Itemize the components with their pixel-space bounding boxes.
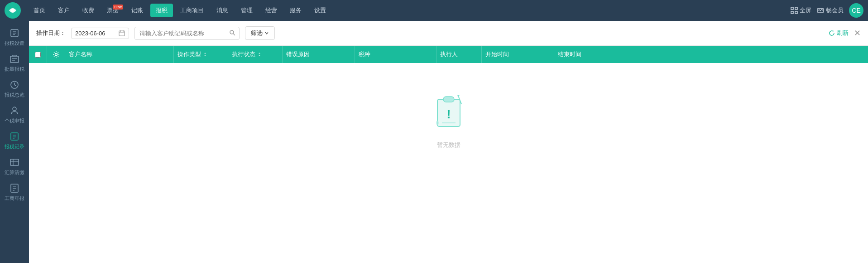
annual-report-icon (10, 183, 19, 193)
nav-item-报税[interactable]: 报税 (150, 4, 173, 17)
th-checkbox[interactable] (29, 46, 47, 63)
nav-item-消息[interactable]: 消息 (211, 4, 234, 17)
svg-marker-39 (457, 95, 460, 97)
sidebar-item-批量报税[interactable]: 批量报税 (0, 50, 29, 76)
sidebar: 报税设置批量报税报税总览个税申报报税记录汇算清缴工商年报 (0, 21, 29, 263)
nav-item-设置[interactable]: 设置 (309, 4, 331, 17)
nav-item-收费[interactable]: 收费 (77, 4, 100, 17)
sidebar-item-label: 报税记录 (5, 143, 24, 150)
svg-rect-20 (10, 159, 19, 166)
th-settings[interactable] (47, 46, 65, 63)
svg-text:!: ! (446, 107, 451, 121)
th-start-time: 开始时间 (482, 46, 554, 63)
sidebar-item-个税申报[interactable]: 个税申报 (0, 102, 29, 128)
tax-record-icon (10, 132, 19, 141)
svg-rect-5 (795, 11, 797, 14)
th-tax-type: 税种 (355, 46, 436, 63)
search-wrapper (134, 27, 240, 40)
search-input[interactable] (135, 28, 225, 39)
sidebar-item-汇算清缴[interactable]: 汇算清缴 (0, 154, 29, 180)
settlement-icon (10, 157, 19, 167)
refresh-icon (829, 30, 835, 36)
nav-item-票据[interactable]: 票据new (101, 4, 124, 17)
nav-item-记账[interactable]: 记账 (126, 4, 149, 17)
main-layout: 报税设置批量报税报税总览个税申报报税记录汇算清缴工商年报 操作日期： (0, 21, 868, 263)
sidebar-item-label: 报税总览 (5, 92, 24, 98)
vip-button[interactable]: 畅会员 (817, 6, 844, 15)
app-logo[interactable] (5, 2, 21, 19)
user-avatar[interactable]: CE (849, 3, 863, 18)
filter-button[interactable]: 筛选 (245, 26, 275, 40)
svg-rect-2 (791, 7, 793, 10)
nav-item-客户[interactable]: 客户 (53, 4, 75, 17)
svg-rect-11 (10, 56, 19, 63)
content-area: 操作日期： 筛选 (29, 21, 868, 263)
close-button[interactable]: ✕ (854, 29, 861, 37)
toolbar: 操作日期： 筛选 (29, 21, 868, 46)
svg-line-32 (233, 34, 235, 35)
nav-items: 首页客户收费票据new记账报税工商项目消息管理经营服务设置 (28, 4, 791, 17)
top-nav-right: 全屏 畅会员 CE (791, 3, 863, 18)
sidebar-item-label: 工商年报 (5, 195, 24, 202)
nav-item-首页[interactable]: 首页 (28, 4, 51, 17)
sidebar-item-label: 报税设置 (5, 40, 24, 47)
table-header: 客户名称 操作类型 执行状态 错误原因 (29, 46, 868, 63)
date-label: 操作日期： (36, 29, 66, 37)
sidebar-item-报税总览[interactable]: 报税总览 (0, 76, 29, 102)
date-input[interactable] (75, 30, 116, 37)
svg-rect-35 (443, 97, 454, 102)
svg-rect-16 (11, 133, 18, 140)
tax-overview-icon (10, 80, 19, 90)
svg-rect-23 (11, 184, 18, 192)
sidebar-item-label: 汇算清缴 (5, 169, 24, 176)
empty-state: ! 暂无数据 (29, 63, 868, 176)
svg-rect-3 (795, 7, 797, 10)
nav-badge: new (113, 5, 123, 10)
sidebar-item-label: 批量报税 (5, 66, 24, 73)
fullscreen-button[interactable]: 全屏 (791, 6, 811, 15)
calendar-icon (119, 30, 125, 36)
th-execute-status: 执行状态 (228, 46, 283, 63)
top-navigation: 首页客户收费票据new记账报税工商项目消息管理经营服务设置 全屏 畅会员 CE (0, 0, 868, 21)
nav-item-管理[interactable]: 管理 (235, 4, 258, 17)
svg-point-31 (230, 30, 234, 34)
nav-item-服务[interactable]: 服务 (284, 4, 307, 17)
sidebar-item-报税记录[interactable]: 报税记录 (0, 128, 29, 154)
th-operation-type: 操作类型 (174, 46, 228, 63)
vip-icon (817, 7, 824, 14)
empty-text: 暂无数据 (437, 141, 460, 149)
empty-state-illustration: ! (426, 90, 471, 136)
fullscreen-icon (791, 7, 798, 14)
tax-settings-icon (10, 28, 19, 38)
settings-icon (53, 51, 60, 58)
nav-item-经营[interactable]: 经营 (260, 4, 283, 17)
svg-rect-27 (119, 31, 125, 36)
th-error-reason: 错误原因 (283, 46, 355, 63)
sidebar-item-工商年报[interactable]: 工商年报 (0, 180, 29, 205)
personal-tax-icon (10, 106, 19, 116)
sidebar-item-label: 个税申报 (5, 117, 24, 124)
table-container[interactable]: 客户名称 操作类型 执行状态 错误原因 (29, 46, 868, 263)
svg-point-33 (55, 54, 57, 56)
batch-tax-icon (10, 54, 19, 64)
refresh-button[interactable]: 刷新 (829, 29, 849, 37)
date-picker[interactable] (71, 28, 129, 39)
svg-point-1 (11, 9, 14, 12)
sort-icon (203, 52, 207, 57)
chevron-down-icon (264, 31, 269, 35)
th-executor: 执行人 (436, 46, 482, 63)
svg-point-15 (13, 107, 16, 111)
search-icon (229, 29, 235, 36)
sidebar-item-报税设置[interactable]: 报税设置 (0, 24, 29, 50)
svg-point-40 (436, 121, 439, 125)
nav-item-工商项目[interactable]: 工商项目 (175, 4, 209, 17)
svg-rect-4 (791, 11, 793, 14)
sort-icon-2 (257, 52, 262, 57)
th-end-time: 结束时间 (554, 46, 613, 63)
select-all-checkbox[interactable] (35, 52, 41, 58)
search-button[interactable] (225, 27, 239, 39)
th-customer-name: 客户名称 (65, 46, 174, 63)
